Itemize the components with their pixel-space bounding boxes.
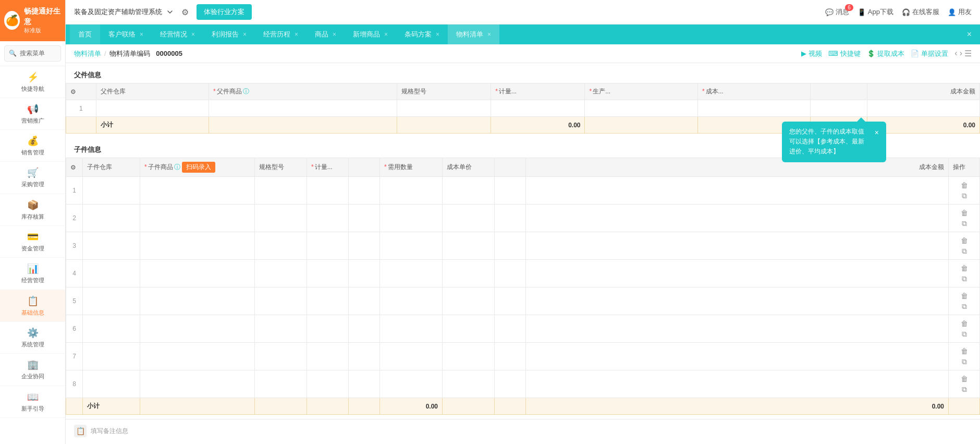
child-row-5-unit-cost[interactable]	[443, 287, 495, 315]
sidebar-item-purchase[interactable]: 🛒 采购管理	[0, 162, 65, 194]
copy-row-6-button[interactable]: ⧉	[959, 329, 970, 339]
sidebar-item-guide[interactable]: 📖 新手引导	[0, 386, 65, 418]
tab-profit[interactable]: 利润报告 ×	[203, 25, 255, 44]
prev-arrow[interactable]: ‹	[954, 49, 957, 58]
child-row-1-unit-cost[interactable]	[443, 177, 495, 205]
delete-row-4-button[interactable]: 🗑	[959, 263, 970, 273]
next-arrow[interactable]: ›	[960, 49, 962, 58]
scan-input-button[interactable]: 扫码录入	[182, 162, 215, 173]
sidebar-item-sales[interactable]: 💰 销售管理	[0, 130, 65, 162]
child-row-6-needed-qty[interactable]	[380, 315, 443, 343]
sidebar-item-inventory[interactable]: 📦 库存核算	[0, 194, 65, 226]
parent-gear-icon[interactable]: ⚙	[70, 88, 76, 95]
copy-row-7-button[interactable]: ⧉	[959, 356, 970, 367]
child-row-1-cost-amount[interactable]	[526, 177, 949, 205]
child-col-gear[interactable]: ⚙	[66, 158, 83, 177]
copy-row-2-button[interactable]: ⧉	[959, 218, 970, 229]
tab-bom-close[interactable]: ×	[487, 31, 491, 38]
shortcut-action[interactable]: ⌨ 快捷键	[828, 49, 861, 58]
copy-row-5-button[interactable]: ⧉	[959, 301, 970, 311]
child-row-3-goods[interactable]	[140, 232, 255, 260]
child-row-4-warehouse[interactable]	[83, 260, 140, 287]
tab-operation[interactable]: 经营情况 ×	[152, 25, 203, 44]
child-row-7-warehouse[interactable]	[83, 343, 140, 370]
child-row-8-goods[interactable]	[140, 370, 255, 398]
child-row-5-qty[interactable]	[307, 287, 349, 315]
sidebar-item-marketing[interactable]: 📢 营销推广	[0, 98, 65, 130]
settings-gear-button[interactable]: ⚙	[178, 5, 192, 19]
parent-row-1-amount[interactable]	[867, 100, 980, 117]
system-dropdown[interactable]	[166, 8, 174, 16]
parent-row-1-spec[interactable]	[397, 100, 491, 117]
child-row-4-spec[interactable]	[255, 260, 307, 287]
child-row-1-spec[interactable]	[255, 177, 307, 205]
child-row-8-unit-cost[interactable]	[443, 370, 495, 398]
child-row-1-warehouse[interactable]	[83, 177, 140, 205]
copy-row-1-button[interactable]: ⧉	[959, 190, 970, 201]
child-row-7-unit-cost[interactable]	[443, 343, 495, 370]
child-row-1-goods[interactable]	[140, 177, 255, 205]
parent-row-1-produce[interactable]	[585, 100, 697, 117]
copy-row-3-button[interactable]: ⧉	[959, 246, 970, 256]
child-row-4-needed-qty[interactable]	[380, 260, 443, 287]
tab-goods-close[interactable]: ×	[333, 31, 336, 38]
child-row-2-goods[interactable]	[140, 205, 255, 232]
child-row-8-cost-amount[interactable]	[526, 370, 949, 398]
delete-row-5-button[interactable]: 🗑	[959, 291, 970, 301]
child-row-7-cost-amount[interactable]	[526, 343, 949, 370]
cost-action[interactable]: 💲 提取成本	[867, 49, 904, 58]
tab-barcode[interactable]: 条码方案 ×	[396, 25, 448, 44]
child-row-5-spec[interactable]	[255, 287, 307, 315]
parent-row-1-qty[interactable]	[491, 100, 585, 117]
child-row-3-unit-cost[interactable]	[443, 232, 495, 260]
delete-row-8-button[interactable]: 🗑	[959, 374, 970, 384]
trial-button[interactable]: 体验行业方案	[197, 4, 252, 20]
menu-icon[interactable]: ☰	[964, 49, 972, 58]
child-row-3-needed-qty[interactable]	[380, 232, 443, 260]
tab-home[interactable]: 首页	[70, 25, 100, 44]
tab-profit-close[interactable]: ×	[243, 31, 247, 38]
child-row-6-cost-amount[interactable]	[526, 315, 949, 343]
child-row-3-warehouse[interactable]	[83, 232, 140, 260]
tab-customer-close[interactable]: ×	[140, 31, 143, 38]
child-row-8-spec[interactable]	[255, 370, 307, 398]
child-row-5-needed-qty[interactable]	[380, 287, 443, 315]
parent-row-1-warehouse[interactable]	[96, 100, 209, 117]
tab-barcode-close[interactable]: ×	[436, 31, 439, 38]
sidebar-item-enterprise[interactable]: 🏢 企业协同	[0, 354, 65, 386]
child-row-6-unit-cost[interactable]	[443, 315, 495, 343]
delete-row-3-button[interactable]: 🗑	[959, 235, 970, 246]
copy-row-4-button[interactable]: ⧉	[959, 273, 970, 284]
tooltip-close-button[interactable]: ×	[875, 127, 879, 138]
child-row-2-needed-qty[interactable]	[380, 205, 443, 232]
child-row-3-spec[interactable]	[255, 232, 307, 260]
app-download-button[interactable]: 📱 App下载	[858, 7, 893, 17]
bottom-hint-text[interactable]: 填写备注信息	[91, 427, 128, 436]
sidebar-item-basic[interactable]: 📋 基础信息	[0, 290, 65, 322]
child-row-6-spec[interactable]	[255, 315, 307, 343]
child-row-5-goods[interactable]	[140, 287, 255, 315]
tab-operation-close[interactable]: ×	[191, 31, 195, 38]
tab-bom[interactable]: 物料清单 ×	[448, 25, 499, 44]
child-row-2-spec[interactable]	[255, 205, 307, 232]
parent-row-1-cost[interactable]	[697, 100, 810, 117]
tab-new-goods-close[interactable]: ×	[384, 31, 388, 38]
copy-row-8-button[interactable]: ⧉	[959, 384, 970, 394]
sidebar-item-system[interactable]: ⚙️ 系统管理	[0, 322, 65, 354]
child-row-7-spec[interactable]	[255, 343, 307, 370]
child-row-3-cost-amount[interactable]	[526, 232, 949, 260]
message-button[interactable]: 💬 消息 6	[825, 7, 849, 17]
tab-customer[interactable]: 客户联络 ×	[100, 25, 152, 44]
tab-history-close[interactable]: ×	[295, 31, 298, 38]
child-row-6-warehouse[interactable]	[83, 315, 140, 343]
child-row-4-cost-amount[interactable]	[526, 260, 949, 287]
settings-action[interactable]: 📄 单据设置	[911, 49, 948, 58]
sidebar-item-operations[interactable]: 📊 经营管理	[0, 258, 65, 290]
tab-history[interactable]: 经营历程 ×	[255, 25, 307, 44]
delete-row-6-button[interactable]: 🗑	[959, 318, 970, 329]
parent-col-gear[interactable]: ⚙	[66, 83, 96, 100]
child-row-2-cost-amount[interactable]	[526, 205, 949, 232]
sidebar-item-quick-nav[interactable]: ⚡ 快捷导航	[0, 66, 65, 98]
sidebar-item-finance[interactable]: 💳 资金管理	[0, 226, 65, 258]
child-row-3-qty[interactable]	[307, 232, 349, 260]
